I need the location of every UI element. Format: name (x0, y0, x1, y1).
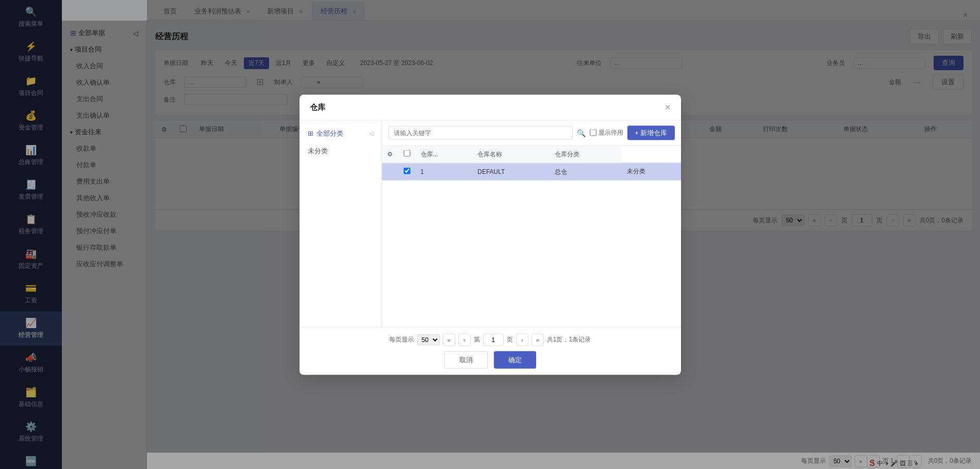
tree-item-all[interactable]: ⊞ 全部分类 ◁ (300, 124, 381, 142)
modal-th-name[interactable]: 仓库名称 (472, 145, 550, 163)
tree-collapse-btn[interactable]: ◁ (369, 130, 373, 137)
search-icon[interactable]: 🔍 (577, 128, 586, 137)
modal-per-page-label: 每页显示 (389, 335, 414, 344)
modal-toolbar: 🔍 显示停用 + 新增仓库 (382, 120, 681, 145)
tree-item-unclassified[interactable]: 未分类 (300, 142, 381, 159)
modal-page-unit: 页 (507, 335, 513, 344)
modal-last-btn[interactable]: » (531, 333, 544, 346)
modal-th-category[interactable]: 仓库分类 (550, 145, 621, 163)
modal-prev-btn[interactable]: ‹ (458, 333, 471, 346)
modal-table: ⚙ 仓库... 仓库名称 仓库分类 1 DEFAULT 总仓 未分类 (382, 145, 681, 181)
row-checkbox[interactable] (404, 168, 410, 174)
row-gear (382, 163, 398, 181)
grid-icon: ⊞ (308, 130, 313, 137)
row-name: 总仓 (550, 163, 621, 181)
modal-pagination: 每页显示 50 « ‹ 第 页 › » 共1页，1条记录 (310, 333, 671, 346)
modal-table-wrap: ⚙ 仓库... 仓库名称 仓库分类 1 DEFAULT 总仓 未分类 (382, 145, 681, 327)
modal-header: 仓库 × (300, 94, 681, 120)
modal-th-gear: ⚙ (382, 145, 398, 163)
modal-close-button[interactable]: × (665, 102, 671, 112)
modal-th-check (398, 145, 416, 163)
modal-title: 仓库 (310, 102, 325, 112)
warehouse-search-input[interactable] (388, 126, 573, 139)
modal-actions: 取消 确定 (310, 351, 671, 368)
modal-footer: 每页显示 50 « ‹ 第 页 › » 共1页，1条记录 取消 确定 (300, 327, 681, 375)
modal-next-btn[interactable]: › (516, 333, 528, 346)
modal-right-panel: 🔍 显示停用 + 新增仓库 ⚙ 仓库... 仓库名称 (382, 120, 681, 327)
modal-tree: ⊞ 全部分类 ◁ 未分类 (300, 120, 382, 327)
modal-check-all[interactable] (404, 150, 410, 157)
modal-first-btn[interactable]: « (443, 333, 455, 346)
add-warehouse-button[interactable]: + 新增仓库 (627, 125, 674, 140)
cancel-button[interactable]: 取消 (444, 351, 488, 368)
row-category: 未分类 (622, 163, 681, 181)
table-row[interactable]: 1 DEFAULT 总仓 未分类 (382, 163, 681, 181)
show-disabled-label[interactable]: 显示停用 (590, 128, 623, 137)
row-code: DEFAULT (472, 163, 550, 181)
modal-body: ⊞ 全部分类 ◁ 未分类 🔍 显示停用 + 新增仓库 (300, 120, 681, 327)
show-disabled-checkbox[interactable] (590, 130, 596, 136)
modal-page-label: 第 (474, 335, 480, 344)
modal-table-header: ⚙ 仓库... 仓库名称 仓库分类 (382, 145, 681, 163)
confirm-button[interactable]: 确定 (494, 351, 536, 368)
modal-total-label: 共1页，1条记录 (547, 335, 591, 344)
row-check (398, 163, 416, 181)
modal-gear-icon[interactable]: ⚙ (387, 151, 393, 158)
modal-page-input[interactable] (483, 333, 504, 346)
modal-th-code[interactable]: 仓库... (416, 145, 473, 163)
modal-per-page-select[interactable]: 50 (417, 334, 440, 345)
warehouse-modal: 仓库 × ⊞ 全部分类 ◁ 未分类 🔍 显示停用 (300, 94, 681, 375)
row-num: 1 (416, 163, 473, 181)
